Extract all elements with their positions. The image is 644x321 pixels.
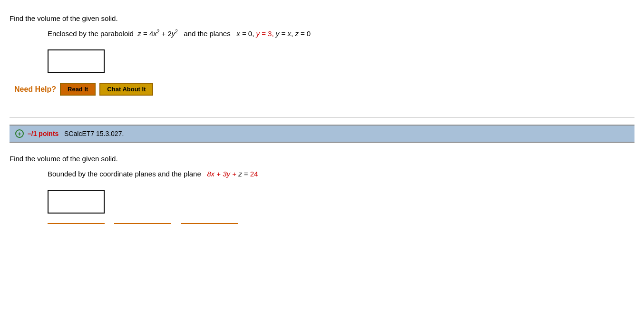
problem-1-equation: Enclosed by the paraboloid z = 4x2 + 2y2…: [48, 27, 634, 40]
bottom-line-2: [114, 223, 171, 224]
problem-2-header-bar: + –/1 points SCalcET7 15.3.027.: [10, 125, 634, 143]
problem-1-title-text: Find the volume of the given solid.: [10, 14, 118, 22]
problem-2-equation: Bounded by the coordinate planes and the…: [48, 167, 634, 180]
problem-1-title: Find the volume of the given solid.: [10, 14, 634, 22]
chat-about-button[interactable]: Chat About It: [99, 83, 153, 96]
bottom-lines: [48, 223, 634, 224]
bottom-line-3: [181, 223, 238, 224]
plus-icon: +: [15, 129, 24, 138]
problem-2-answer-input[interactable]: [48, 190, 105, 214]
problem-2-section: Find the volume of the given solid. Boun…: [10, 150, 634, 231]
need-help-label: Need Help?: [14, 85, 56, 94]
problem-2-title: Find the volume of the given solid.: [10, 155, 634, 163]
problem-1-section: Find the volume of the given solid. Encl…: [10, 10, 634, 112]
section-divider: [10, 117, 634, 117]
problem-2-title-text: Find the volume of the given solid.: [10, 155, 118, 163]
bottom-line-1: [48, 223, 105, 224]
equation-prefix: Enclosed by the paraboloid z = 4x2 + 2y2…: [48, 29, 311, 38]
points-text: –/1 points SCalcET7 15.3.027.: [28, 130, 124, 137]
need-help-row: Need Help? Read It Chat About It: [14, 83, 634, 96]
points-label: –/1 points: [28, 130, 59, 137]
source-text: SCalcET7 15.3.027.: [64, 130, 124, 137]
read-it-button[interactable]: Read It: [60, 83, 96, 96]
problem-1-answer-input[interactable]: [48, 49, 105, 73]
equation-2-text: Bounded by the coordinate planes and the…: [48, 170, 258, 178]
